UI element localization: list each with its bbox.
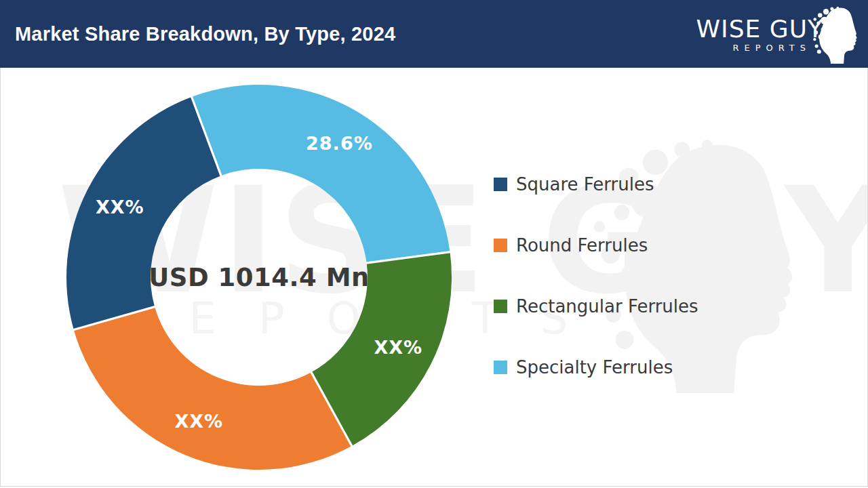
brand-logo: WISE GUY REPORTS bbox=[696, 0, 859, 68]
chart-area: WISE GUY REPORTS 28.6%XX%XX%XX% USD 1014… bbox=[0, 68, 868, 488]
logo-brand-text: WISE GUY bbox=[696, 15, 824, 43]
legend-label: Specialty Ferrules bbox=[516, 357, 673, 378]
legend-swatch bbox=[494, 239, 507, 252]
slice-label: XX% bbox=[174, 411, 223, 432]
slice-label: XX% bbox=[374, 337, 422, 358]
legend-item: Round Ferrules bbox=[494, 235, 698, 256]
brain-head-icon bbox=[808, 5, 859, 64]
legend-label: Rectangular Ferrules bbox=[516, 296, 698, 317]
legend-swatch bbox=[494, 361, 507, 374]
donut-center-value: USD 1014.4 Mn bbox=[149, 263, 370, 292]
slice-label: XX% bbox=[96, 197, 144, 218]
slice-label: 28.6% bbox=[306, 133, 373, 154]
legend-swatch bbox=[494, 300, 507, 313]
legend-item: Square Ferrules bbox=[494, 174, 698, 195]
logo-sub-text: REPORTS bbox=[732, 43, 811, 53]
donut-segment-round-ferrules bbox=[74, 307, 352, 470]
header: Market Share Breakdown, By Type, 2024 WI… bbox=[0, 0, 868, 68]
legend-item: Rectangular Ferrules bbox=[494, 296, 698, 317]
donut-segment-specialty-ferrules bbox=[192, 85, 450, 263]
legend-label: Square Ferrules bbox=[516, 174, 654, 195]
legend-item: Specialty Ferrules bbox=[494, 357, 698, 378]
page-title: Market Share Breakdown, By Type, 2024 bbox=[15, 23, 395, 45]
legend: Square FerrulesRound FerrulesRectangular… bbox=[494, 174, 698, 418]
legend-label: Round Ferrules bbox=[516, 235, 648, 256]
legend-swatch bbox=[494, 178, 507, 191]
page: Market Share Breakdown, By Type, 2024 WI… bbox=[0, 0, 868, 488]
